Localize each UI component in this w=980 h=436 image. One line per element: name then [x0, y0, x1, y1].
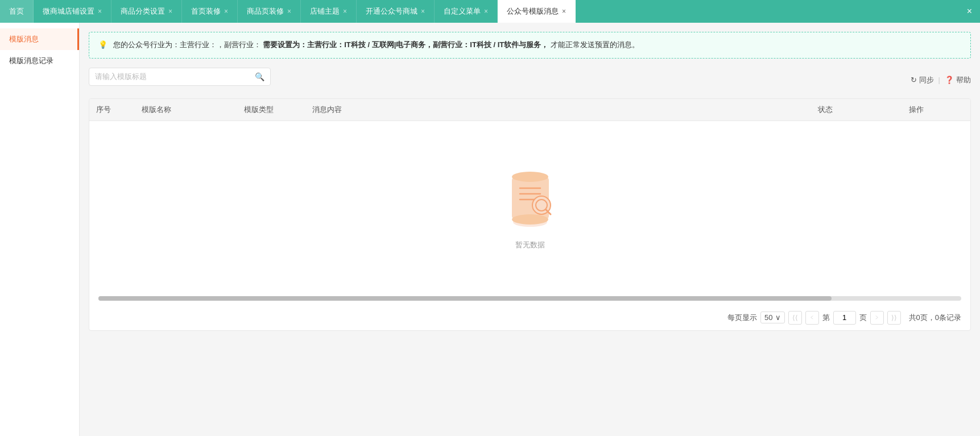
tab-label-1: 微商城店铺设置	[43, 6, 94, 16]
pagination: 每页显示 50 ∨ ⟨⟨ ﹤ 第 页 ﹥ ⟩⟩ 共0页，0条记录	[89, 305, 970, 330]
tab-label-7: 自定义菜单	[444, 6, 481, 16]
sync-icon: ↻	[911, 76, 917, 84]
sidebar-item-0[interactable]: 模版消息	[0, 28, 79, 50]
sidebar: 模版消息模版消息记录	[0, 23, 80, 436]
notice-box: 💡 您的公众号行业为：主营行业：，副营行业： 需要设置为：主营行业：IT科技 /…	[89, 32, 971, 59]
tab-8[interactable]: 公众号模版消息×	[498, 0, 576, 23]
help-icon: ❓	[945, 76, 954, 84]
tab-3[interactable]: 首页装修×	[182, 0, 238, 23]
tab-label-8: 公众号模版消息	[507, 6, 559, 16]
tab-close-8[interactable]: ×	[562, 7, 566, 15]
tab-6[interactable]: 开通公众号商城×	[357, 0, 435, 23]
content-area: 💡 您的公众号行业为：主营行业：，副营行业： 需要设置为：主营行业：IT科技 /…	[80, 23, 980, 436]
search-input[interactable]	[95, 72, 255, 81]
sidebar-item-1[interactable]: 模版消息记录	[0, 50, 79, 72]
sync-button[interactable]: ↻ 同步	[911, 75, 934, 85]
tab-close-6[interactable]: ×	[421, 7, 425, 15]
tab-label-5: 店铺主题	[310, 6, 340, 16]
tab-label-2: 商品分类设置	[121, 6, 165, 16]
tab-close-5[interactable]: ×	[343, 7, 347, 15]
total-text: 共0页，0条记录	[909, 313, 961, 323]
help-button[interactable]: ❓ 帮助	[945, 75, 971, 85]
page-size-value: 50	[764, 313, 772, 322]
toolbar-row: 🔍 ↻ 同步 | ❓ 帮助	[89, 68, 971, 93]
col-type: 模版类型	[237, 99, 305, 121]
notice-suffix: 才能正常发送预置的消息。	[551, 40, 639, 49]
tab-2[interactable]: 商品分类设置×	[111, 0, 182, 23]
tab-close-3[interactable]: ×	[224, 7, 228, 15]
page-unit: 页	[859, 313, 867, 323]
col-content: 消息内容	[305, 99, 811, 121]
page-label: 第	[822, 313, 830, 323]
tab-label-3: 首页装修	[191, 6, 221, 16]
search-icon[interactable]: 🔍	[255, 72, 264, 81]
toolbar-actions: ↻ 同步 | ❓ 帮助	[911, 75, 971, 85]
page-input[interactable]	[833, 311, 856, 325]
col-index: 序号	[89, 99, 135, 121]
notice-highlight: 需要设置为：主营行业：IT科技 / 互联网|电子商务，副营行业：IT科技 / I…	[263, 40, 548, 49]
tab-close-1[interactable]: ×	[98, 7, 102, 15]
main-layout: 模版消息模版消息记录 💡 您的公众号行业为：主营行业：，副营行业： 需要设置为：…	[0, 23, 980, 436]
tab-close-2[interactable]: ×	[168, 7, 172, 15]
tab-5[interactable]: 店铺主题×	[301, 0, 357, 23]
chevron-down-icon: ∨	[775, 313, 781, 322]
empty-illustration	[496, 163, 564, 231]
next-page-button[interactable]: ﹥	[870, 311, 884, 325]
tab-label-6: 开通公众号商城	[366, 6, 417, 16]
notice-prefix: 您的公众号行业为：主营行业：，副营行业：	[113, 40, 261, 49]
divider: |	[938, 76, 940, 84]
tab-close-4[interactable]: ×	[287, 7, 291, 15]
table-container: 序号 模版名称 模版类型 消息内容 状态 操作	[89, 98, 971, 331]
search-bar[interactable]: 🔍	[89, 68, 271, 86]
table-header: 序号 模版名称 模版类型 消息内容 状态 操作	[89, 99, 970, 121]
sync-label: 同步	[919, 75, 934, 85]
bulb-icon: 💡	[98, 40, 107, 49]
tab-4[interactable]: 商品页装修×	[238, 0, 301, 23]
scroll-thumb[interactable]	[98, 296, 832, 301]
col-status: 状态	[811, 99, 902, 121]
tab-label-4: 商品页装修	[247, 6, 284, 16]
last-page-button[interactable]: ⟩⟩	[887, 311, 901, 325]
top-nav: 首页微商城店铺设置×商品分类设置×首页装修×商品页装修×店铺主题×开通公众号商城…	[0, 0, 980, 23]
tab-close-7[interactable]: ×	[484, 7, 488, 15]
tab-7[interactable]: 自定义菜单×	[435, 0, 498, 23]
global-close-button[interactable]: ×	[959, 0, 980, 23]
col-action: 操作	[902, 99, 970, 121]
first-page-button[interactable]: ⟨⟨	[788, 311, 802, 325]
svg-point-3	[512, 214, 548, 225]
prev-page-button[interactable]: ﹤	[805, 311, 819, 325]
col-name: 模版名称	[135, 99, 237, 121]
table-body: 暂无数据	[89, 121, 970, 292]
per-page-label: 每页显示	[727, 313, 757, 323]
tab-label-0: 首页	[9, 6, 24, 16]
page-size-select[interactable]: 50 ∨	[760, 312, 784, 323]
help-label: 帮助	[956, 75, 971, 85]
tab-0[interactable]: 首页	[0, 0, 34, 23]
empty-text: 暂无数据	[515, 240, 545, 250]
scroll-track[interactable]	[98, 296, 961, 301]
svg-point-2	[512, 172, 548, 182]
tab-1[interactable]: 微商城店铺设置×	[34, 0, 111, 23]
